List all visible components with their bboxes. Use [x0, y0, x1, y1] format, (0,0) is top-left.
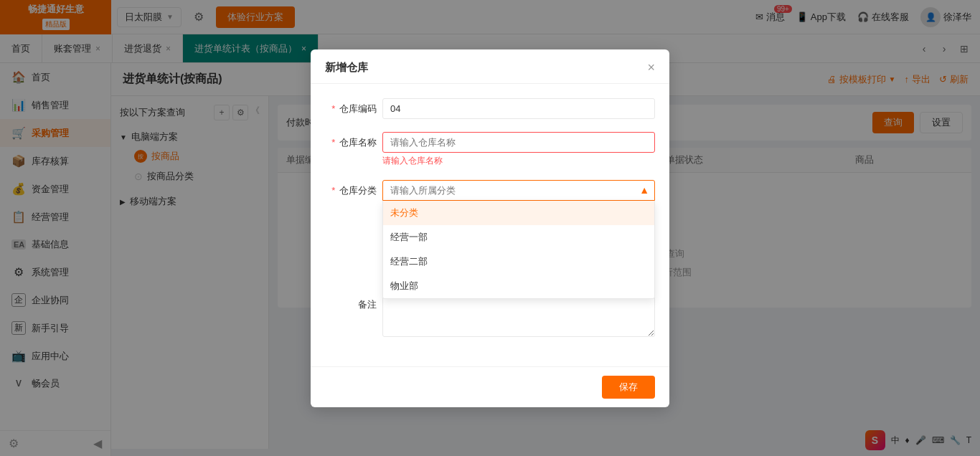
- form-row-category: * 仓库分类 ▲ 未分类 经营一部 经营二部 物业部: [325, 180, 655, 201]
- form-row-note: 备注: [325, 294, 655, 339]
- required-star-category: *: [331, 185, 335, 196]
- required-star-name: *: [331, 137, 335, 148]
- note-label: 备注: [325, 294, 382, 311]
- modal-close-button[interactable]: ×: [647, 61, 655, 74]
- note-control: [382, 294, 655, 339]
- code-input[interactable]: [382, 98, 655, 119]
- form-row-code: * 仓库编码: [325, 98, 655, 119]
- code-control: [382, 98, 655, 119]
- dropdown-arrow-icon[interactable]: ▲: [639, 184, 649, 196]
- modal-header: 新增仓库 ×: [311, 49, 669, 84]
- dropdown-option-uncategorized[interactable]: 未分类: [383, 201, 654, 225]
- modal-new-warehouse: 新增仓库 × * 仓库编码 * 仓库名称: [311, 49, 669, 407]
- code-label: * 仓库编码: [325, 98, 382, 115]
- name-input[interactable]: [382, 132, 655, 153]
- note-input[interactable]: [382, 294, 655, 337]
- category-input[interactable]: [382, 180, 655, 201]
- name-label: * 仓库名称: [325, 132, 382, 149]
- modal-title: 新增仓库: [325, 61, 368, 75]
- category-label: * 仓库分类: [325, 180, 382, 197]
- dropdown-option-dept2[interactable]: 经营二部: [383, 250, 654, 274]
- category-dropdown: ▲ 未分类 经营一部 经营二部 物业部: [382, 180, 655, 201]
- name-control: 请输入仓库名称: [382, 132, 655, 167]
- dropdown-option-dept1[interactable]: 经营一部: [383, 225, 654, 250]
- name-error-msg: 请输入仓库名称: [382, 155, 655, 167]
- category-control: ▲ 未分类 经营一部 经营二部 物业部: [382, 180, 655, 201]
- modal-body: * 仓库编码 * 仓库名称 请输入仓库名称: [311, 84, 669, 366]
- dropdown-option-property[interactable]: 物业部: [383, 274, 654, 298]
- save-button[interactable]: 保存: [602, 376, 655, 399]
- dropdown-list: 未分类 经营一部 经营二部 物业部: [382, 201, 655, 299]
- overlay: 新增仓库 × * 仓库编码 * 仓库名称: [0, 0, 980, 456]
- required-star-code: *: [331, 103, 335, 114]
- modal-footer: 保存: [311, 366, 669, 407]
- form-row-name: * 仓库名称 请输入仓库名称: [325, 132, 655, 167]
